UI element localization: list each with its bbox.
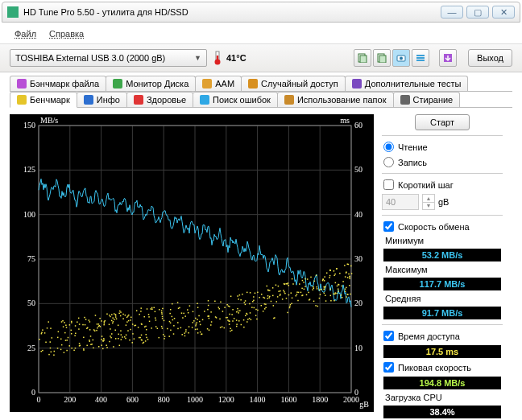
tab-использование-папок[interactable]: Использование папок — [277, 92, 394, 107]
drive-select[interactable]: TOSHIBA External USB 3.0 (2000 gB) ▼ — [10, 49, 207, 67]
tab-случайный-доступ[interactable]: Случайный доступ — [241, 76, 346, 91]
tab-инфо[interactable]: Инфо — [77, 92, 127, 107]
step-unit: gB — [438, 197, 449, 207]
close-button[interactable]: ✕ — [492, 6, 515, 19]
maximize-button[interactable]: ▢ — [466, 6, 489, 19]
min-value: 53.2 MB/s — [383, 249, 501, 261]
tab-icon — [134, 95, 143, 105]
tab-icon — [400, 95, 410, 105]
benchmark-chart — [10, 114, 374, 412]
svg-rect-11 — [416, 60, 425, 61]
tab-row-extra: Бэнчмарк файлаМонитор ДискаAAMСлучайный … — [10, 76, 512, 92]
short-step-checkbox[interactable]: Короткий шаг — [382, 179, 503, 191]
cpu-value: 38.4% — [383, 406, 501, 418]
side-panel: Старт Чтение Запись Короткий шаг ▲▼ gB С… — [382, 114, 503, 418]
tab-дополнительные-тесты[interactable]: Дополнительные тесты — [345, 76, 469, 91]
temperature-value: 41°C — [226, 53, 246, 63]
chevron-down-icon: ▼ — [194, 54, 201, 62]
copy-info-button[interactable] — [354, 49, 371, 67]
tab-icon — [200, 95, 209, 105]
menu-help[interactable]: Справка — [44, 27, 89, 40]
toolbar-button-group-1 — [354, 49, 429, 67]
settings-button[interactable] — [412, 49, 429, 67]
max-value: 117.7 MB/s — [383, 278, 501, 290]
tab-стирание[interactable]: Стирание — [393, 92, 461, 107]
exit-button[interactable]: Выход — [468, 49, 512, 67]
start-button[interactable]: Старт — [415, 114, 470, 130]
tab-icon — [284, 95, 294, 105]
tab-поиск-ошибок[interactable]: Поиск ошибок — [193, 92, 278, 107]
svg-point-8 — [400, 57, 403, 60]
transfer-rate-checkbox[interactable]: Скорость обмена — [382, 220, 503, 233]
svg-rect-2 — [217, 56, 218, 62]
menubar: Файл Справка — [0, 24, 522, 43]
toolbar: TOSHIBA External USB 3.0 (2000 gB) ▼ 41°… — [0, 43, 522, 72]
max-label: Максимум — [382, 265, 503, 274]
tab-здоровье[interactable]: Здоровье — [126, 92, 193, 107]
burst-value: 194.8 MB/s — [383, 377, 501, 389]
drive-select-value: TOSHIBA External USB 3.0 (2000 gB) — [15, 53, 165, 63]
tab-бенчмарк[interactable]: Бенчмарк — [10, 92, 77, 108]
copy-screenshot-button[interactable] — [373, 49, 391, 67]
avg-label: Средняя — [382, 294, 503, 303]
access-time-checkbox[interactable]: Время доступа — [382, 330, 503, 342]
tab-icon — [84, 95, 93, 105]
tab-бэнчмарк-файла[interactable]: Бэнчмарк файла — [10, 76, 106, 91]
minimize-button[interactable]: — — [441, 6, 463, 19]
write-radio[interactable]: Запись — [382, 156, 503, 168]
tab-icon — [113, 79, 122, 89]
screenshot-button[interactable] — [392, 49, 410, 67]
avg-value: 91.7 MB/s — [383, 307, 501, 319]
svg-rect-9 — [416, 55, 425, 56]
thermometer-icon — [213, 51, 222, 65]
cpu-label: Загрузка CPU — [382, 393, 503, 402]
min-label: Минимум — [382, 236, 503, 245]
svg-rect-4 — [360, 56, 367, 63]
svg-rect-6 — [379, 56, 386, 63]
save-button[interactable] — [439, 49, 457, 67]
burst-rate-checkbox[interactable]: Пиковая скорость — [382, 361, 503, 373]
tab-icon — [352, 79, 362, 89]
tab-монитор-диска[interactable]: Монитор Диска — [106, 76, 196, 91]
tab-icon — [202, 79, 212, 89]
read-radio[interactable]: Чтение — [382, 141, 503, 153]
temperature-display: 41°C — [213, 51, 246, 65]
svg-rect-10 — [416, 57, 425, 59]
tab-aam[interactable]: AAM — [195, 76, 242, 91]
step-size-input — [382, 194, 419, 210]
titlebar: HD Tune Pro 5.50 - утилита для HD/SSD — … — [2, 2, 520, 23]
access-value: 17.5 ms — [383, 345, 501, 358]
menu-file[interactable]: Файл — [10, 27, 41, 40]
tab-icon — [17, 79, 27, 89]
toolbar-button-group-2 — [439, 49, 457, 67]
window-title: HD Tune Pro 5.50 - утилита для HD/SSD — [23, 7, 188, 17]
tab-icon — [17, 95, 27, 105]
step-spinner: ▲▼ — [422, 194, 435, 210]
tab-icon — [248, 79, 258, 89]
app-icon — [7, 6, 19, 18]
tab-row-main: БенчмаркИнфоЗдоровьеПоиск ошибокИспользо… — [10, 92, 512, 108]
